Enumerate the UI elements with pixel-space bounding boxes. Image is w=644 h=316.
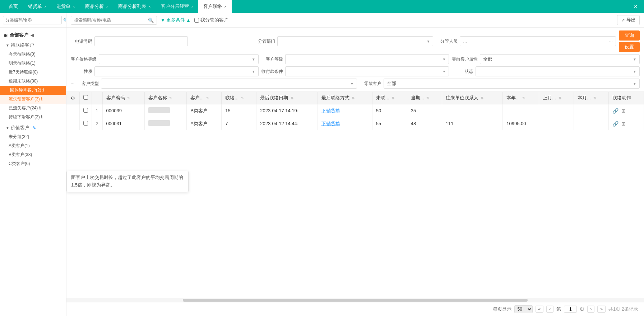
td-settings — [66, 117, 79, 130]
nav-purchase[interactable]: 进货单 × — [51, 0, 80, 13]
th-uncontacted[interactable]: 未联... ⇅ — [372, 92, 407, 104]
my-customers-checkbox[interactable] — [194, 18, 199, 23]
nav-analysis[interactable]: 商品分析 × — [80, 0, 113, 13]
nav-customer-contact-close[interactable]: × — [224, 4, 226, 9]
retail-customer-label: 零散客户 — [360, 81, 381, 87]
query-button[interactable]: 查询 — [619, 30, 640, 41]
tree-item-b-class[interactable]: B类客户(33) — [0, 150, 66, 159]
search-input[interactable] — [74, 18, 147, 23]
row-checkbox[interactable] — [83, 121, 88, 126]
table-header-row: ⚙ 客户编码 ⇅ 客户名称 ⇅ 客户... ⇅ 联络... ⇅ 最后联络日期 ⇅… — [66, 92, 644, 104]
page-input[interactable] — [564, 306, 577, 313]
nav-home[interactable]: 首页 — [4, 0, 23, 13]
tree-item-tomorrow[interactable]: 明天待联络(1) — [0, 59, 66, 68]
nav-analysis-list[interactable]: 商品分析列表 × — [113, 0, 156, 13]
tree-group-value-label: 价值客户 — [11, 124, 29, 131]
th-settings[interactable]: ⚙ — [66, 92, 79, 104]
phone-input[interactable] — [94, 36, 188, 46]
per-page-select[interactable]: 50 100 200 — [514, 305, 533, 313]
status-select[interactable]: ▼ — [476, 66, 640, 76]
tree-item-lost[interactable]: 已流失客户(24) ℹ — [0, 104, 66, 113]
edit-icon[interactable]: ✎ — [32, 125, 36, 131]
th-category[interactable]: 客户... ⇅ — [187, 92, 222, 104]
tree-item-overdue[interactable]: 逾期未联络(30) — [0, 77, 66, 86]
more-conditions-btn[interactable]: ▼ 更多条件 ▲ — [161, 17, 191, 23]
th-overdue[interactable]: 逾期... ⇅ — [407, 92, 442, 104]
th-last-month[interactable]: 上月... ⇅ — [539, 92, 574, 104]
th-this-year[interactable]: 本年... ⇅ — [503, 92, 539, 104]
th-action: 联络动作 — [609, 92, 644, 104]
sidebar-tree: ⊞ 全部客户 ◀ ▼ 待联络客户 今天待联络(0) 明天待联络(1) 近7天待联… — [0, 28, 66, 316]
horizontal-scrollbar[interactable] — [66, 298, 644, 302]
nav-customer-segment[interactable]: 客户分层经营 × — [156, 0, 198, 13]
dept-select[interactable]: ▼ — [277, 36, 434, 46]
row-checkbox[interactable] — [83, 108, 88, 113]
manager-more: ··· — [609, 39, 613, 44]
td-uncontacted: 55 — [372, 117, 407, 130]
more-filters-link[interactable]: ··· — [71, 81, 74, 86]
tree-item-c-class[interactable]: C类客户(6) — [0, 159, 66, 168]
nav-sales[interactable]: 销货单 × — [23, 0, 51, 13]
all-customers-header[interactable]: ⊞ 全部客户 ◀ — [0, 30, 66, 41]
th-contact[interactable]: 联络... ⇅ — [222, 92, 256, 104]
search-wrap: 🔍 — [71, 16, 157, 25]
last-contact-way-link[interactable]: 下销货单 — [321, 108, 340, 113]
price-grade-select[interactable]: ▼ — [99, 54, 259, 64]
window-close-button[interactable]: × — [631, 3, 640, 10]
export-button[interactable]: ↗ 导出 — [617, 15, 640, 25]
table-row: 1 000039 B类客户 15 2023-04-17 14:19: 下销货单 … — [66, 104, 644, 117]
manager-select[interactable]: ... ··· — [460, 36, 616, 46]
gender-select[interactable]: ▼ — [94, 66, 259, 76]
nav-sales-close[interactable]: × — [44, 4, 46, 9]
tree-item-repurchase-abnormal[interactable]: 回购异常客户(2) ℹ — [0, 86, 66, 95]
customer-type-select[interactable]: ▼ — [101, 79, 357, 89]
sidebar-search-icon[interactable]: 🔍 — [63, 18, 66, 23]
tree-group-value[interactable]: ▼ 价值客户 ✎ — [0, 123, 66, 132]
td-this-year — [503, 104, 539, 117]
tree-item-7days[interactable]: 近7天待联络(0) — [0, 68, 66, 77]
th-last-contact-way[interactable]: 最后联络方式 ⇅ — [318, 92, 372, 104]
prev-page-btn[interactable]: ‹ — [546, 306, 553, 313]
sidebar-search-input[interactable] — [3, 16, 62, 24]
th-last-contact-date[interactable]: 最后联络日期 ⇅ — [256, 92, 318, 104]
contact-icon[interactable]: 🔗 — [612, 121, 618, 127]
tree-item-ungroup[interactable]: 未分组(32) — [0, 132, 66, 141]
th-this-month[interactable]: 本月... ⇅ — [574, 92, 609, 104]
more-action-icon[interactable]: ⊞ — [621, 121, 626, 127]
retail-attr-select[interactable]: 全部 ▼ — [480, 54, 640, 64]
tree-item-a-class[interactable]: A类客户(1) — [0, 141, 66, 150]
select-all-checkbox[interactable] — [83, 95, 88, 100]
nav-home-label: 首页 — [9, 3, 18, 10]
payment-select[interactable]: ▼ — [285, 66, 449, 76]
nav-purchase-close[interactable]: × — [73, 4, 75, 9]
th-code[interactable]: 客户编码 ⇅ — [102, 92, 144, 104]
tree-item-today[interactable]: 今天待联络(0) — [0, 50, 66, 59]
tree-group-pending[interactable]: ▼ 待联络客户 — [0, 41, 66, 50]
content-area: 🔍 ▼ 更多条件 ▲ 我分管的客户 ↗ 导出 — [66, 13, 644, 316]
customer-grade-label: 客户等级 — [261, 56, 283, 62]
settings-button[interactable]: 设置 — [619, 42, 640, 52]
tree-item-loss-warning[interactable]: 流失预警客户(3) ℹ — [0, 95, 66, 104]
next-page-btn[interactable]: › — [587, 306, 594, 313]
nav-customer-contact[interactable]: 客户联络 × — [198, 0, 231, 13]
retail-customer-arrow: ▼ — [633, 82, 636, 86]
status-arrow: ▼ — [633, 70, 636, 74]
last-page-btn[interactable]: » — [597, 306, 606, 313]
retail-customer-select[interactable]: 全部 ▼ — [384, 79, 640, 89]
td-num: 2 — [92, 117, 102, 130]
table-area[interactable]: ⚙ 客户编码 ⇅ 客户名称 ⇅ 客户... ⇅ 联络... ⇅ 最后联络日期 ⇅… — [66, 92, 644, 298]
th-company-contact[interactable]: 往来单位联系人 ⇅ — [442, 92, 503, 104]
filter-customer-type: 客户类型 ▼ — [77, 79, 357, 89]
th-name[interactable]: 客户名称 ⇅ — [144, 92, 186, 104]
tree-item-declining[interactable]: 持续下滑客户(2) ℹ — [0, 113, 66, 122]
customer-grade-select[interactable]: ▼ — [285, 54, 449, 64]
search-icon[interactable]: 🔍 — [148, 18, 154, 23]
last-contact-way-link[interactable]: 下销货单 — [321, 121, 340, 126]
contact-icon[interactable]: 🔗 — [612, 108, 618, 114]
first-page-btn[interactable]: « — [536, 306, 544, 313]
more-action-icon[interactable]: ⊞ — [621, 108, 626, 114]
nav-analysis-close[interactable]: × — [106, 4, 108, 9]
nav-customer-segment-close[interactable]: × — [191, 4, 193, 9]
nav-analysis-list-close[interactable]: × — [148, 4, 150, 9]
collapse-icon[interactable]: ◀ — [31, 33, 33, 38]
